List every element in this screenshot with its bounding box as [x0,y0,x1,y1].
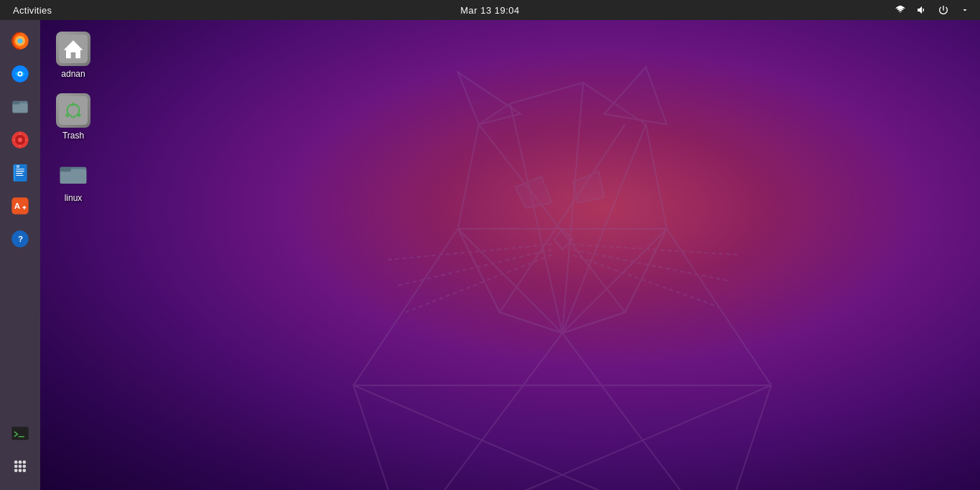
power-icon[interactable] [935,2,951,18]
svg-rect-41 [16,171,24,171]
svg-point-53 [23,461,27,464]
svg-point-51 [14,461,18,464]
svg-rect-33 [13,103,28,113]
svg-rect-43 [16,175,23,176]
dock-item-help[interactable]: ? [5,224,35,254]
wallpaper-cat [40,20,980,490]
activities-button[interactable]: Activities [7,5,57,16]
dock-item-libreoffice-writer[interactable]: W [5,158,35,188]
dock: W A ? [0,20,40,490]
dock-item-app-center[interactable]: A [5,191,35,221]
svg-text:A: A [14,201,21,210]
svg-point-58 [19,469,22,473]
topbar-right [892,2,973,18]
svg-point-59 [23,469,27,473]
svg-rect-62 [59,96,88,125]
adnan-icon-image [56,32,90,66]
linux-icon-image [56,156,90,190]
dock-item-app-grid[interactable] [5,451,35,481]
svg-point-52 [19,461,22,464]
svg-point-56 [23,465,27,468]
desktop-icon-linux[interactable]: linux [47,151,99,207]
svg-rect-65 [60,166,71,171]
svg-rect-49 [11,427,28,440]
svg-marker-1 [458,72,521,125]
svg-rect-40 [16,169,24,169]
desktop-icons: adnan Trash linux [40,20,106,215]
topbar-left: Activities [7,5,57,16]
dock-item-firefox[interactable] [5,26,35,56]
trash-icon-image [56,93,90,128]
svg-rect-42 [16,173,22,174]
dock-item-terminal[interactable] [5,418,35,448]
trash-icon-label: Trash [62,131,84,141]
svg-marker-2 [604,67,666,124]
dock-item-files[interactable] [5,92,35,122]
svg-rect-34 [13,101,19,105]
svg-text:W: W [17,165,20,169]
svg-point-28 [18,39,23,44]
svg-point-55 [19,465,22,468]
desktop [40,20,980,490]
dock-item-thunderbird[interactable] [5,59,35,89]
topbar: Activities Mar 13 19:04 [0,0,980,20]
desktop-icon-adnan[interactable]: adnan [47,27,99,83]
dock-bottom [5,418,35,490]
linux-icon-label: linux [65,193,83,203]
desktop-icon-trash[interactable]: Trash [47,89,99,145]
svg-point-54 [14,465,18,468]
volume-icon[interactable] [914,2,930,18]
dock-item-rhythmbox[interactable] [5,125,35,155]
topbar-datetime[interactable]: Mar 13 19:04 [460,5,520,16]
svg-point-57 [14,469,18,473]
svg-point-31 [19,72,22,75]
adnan-icon-label: adnan [61,69,85,79]
network-icon[interactable] [892,2,908,18]
svg-point-37 [18,138,22,142]
system-menu-dropdown-icon[interactable] [957,2,973,18]
svg-text:?: ? [18,234,23,243]
